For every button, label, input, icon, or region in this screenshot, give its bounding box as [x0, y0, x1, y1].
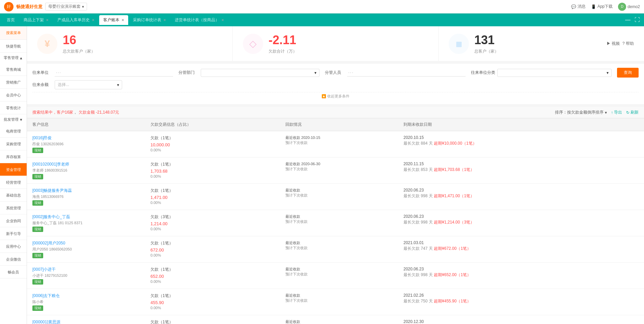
table-row: [0002]服务中心_丁磊 服务中心_丁磊 181 0125 8371 现销 欠… [27, 210, 644, 236]
customer-info-cell: [000002]用户2050 用户2050 18665062050 现销 [32, 240, 150, 258]
customer-name[interactable]: [000001]黄思源 [32, 319, 150, 324]
col-header-debt: 欠款交易信息（占比） [150, 122, 285, 127]
customer-info-cell: [0003]畅捷服务尹海蕊 海燕 18513066976 现销 [32, 188, 150, 206]
customer-name[interactable]: [0016]昂俊 [32, 135, 150, 141]
tab-home[interactable]: 首页 [3, 15, 19, 25]
sidebar-item-shortcut[interactable]: 快捷导航 [0, 40, 27, 53]
sidebar-item-enterprise[interactable]: 企业协同 [0, 214, 27, 227]
filter-collapse-btn[interactable]: 🔼 收起更多条件 [32, 92, 639, 100]
customer-name[interactable]: [0006]去下粮仓 [32, 293, 150, 299]
message-btn[interactable]: 💬 消息 [571, 4, 586, 9]
refresh-btn[interactable]: ↻ 刷新 [626, 110, 639, 115]
help-btn[interactable]: ? 帮助 [622, 41, 634, 47]
due-date-cell: 2021.03.01 最长欠款 747 天 超期¥672.00（1笔） [403, 240, 639, 258]
tab-bar: 首页 商品上下架 ✕ 产成品入库单历史 ✕ 客户账本 ✕ 采购订单统计表 ✕ 进… [0, 13, 644, 26]
user-profile[interactable]: D demo2 [618, 3, 640, 11]
customer-name[interactable]: [0007]小进干 [32, 267, 150, 272]
tab-product-status[interactable]: 商品上下架 ✕ [20, 15, 53, 25]
sidebar-item-newcomer[interactable]: 新手引导 [0, 227, 27, 240]
top-bar: 好 畅捷通好生意 母婴行业演示账套 ▾ 💬 消息 📱 App下载 D demo2 [0, 0, 644, 13]
export-btn[interactable]: ↑ 导出 [611, 110, 622, 115]
balance-select[interactable]: 选择... ▾ [55, 80, 122, 89]
overdue-days: 最长欠款 747 天 超期¥672.00（1笔） [403, 246, 639, 252]
overdue-amount-link[interactable]: 超期¥10,000.00（1笔） [434, 141, 477, 146]
tab-purchase-stats[interactable]: 进货单统计表（按商品） ✕ [171, 15, 228, 25]
stat-text-debt: 16 总欠款客户（家） [63, 33, 95, 54]
sidebar-item-operations[interactable]: 经营管理 [0, 176, 27, 189]
debt-amount: 1,703.68 [150, 169, 285, 174]
due-date: 2020.12.30 [403, 319, 639, 324]
due-date: 2020.10.15 [403, 135, 639, 140]
sidebar-item-app-center[interactable]: 应用中心 [0, 240, 27, 253]
sidebar-item-wholesale-mgmt[interactable]: 批发管理 ▼ [0, 114, 27, 125]
filter-unit-category-label: 往来单位分类 [471, 70, 495, 76]
sidebar-item-system[interactable]: 系统管理 [0, 202, 27, 214]
overdue-amount-link[interactable]: 超期¥1,471.00（1笔） [434, 194, 474, 198]
total-customers-label: 总客户（家） [474, 49, 499, 54]
store-selector[interactable]: 母婴行业演示账套 ▾ [45, 3, 87, 10]
sidebar-item-marketing[interactable]: 营销推广 [0, 76, 27, 89]
tab-minimize-icon[interactable]: — [624, 16, 632, 24]
results-info: 搜索结果中，客户16家， 欠款金额 -21,148.07元 [32, 110, 119, 115]
tab-close-purchase-stats[interactable]: ✕ [221, 18, 224, 22]
tab-customer-account[interactable]: 客户账本 ✕ [99, 15, 128, 25]
customer-name[interactable]: [0001020001]李老师 [32, 161, 150, 167]
sidebar-item-enterprise-wechat[interactable]: 企业微信 [0, 253, 27, 266]
debt-percent: 0.00% [150, 201, 285, 205]
sidebar-item-member[interactable]: 会员中心 [0, 89, 27, 101]
unit-category-select[interactable]: ▾ [497, 69, 612, 77]
debt-label: 欠款（1笔） [150, 135, 285, 141]
customer-info-cell: [0006]去下粮仓 陈小希 现销 [32, 293, 150, 311]
debt-amount-label: 欠款合计（万） [269, 49, 297, 54]
sort-select[interactable]: 排序：按欠款金额倒序排序 ▾ [555, 110, 607, 115]
overdue-amount-link[interactable]: 超期¥652.00（1笔） [434, 272, 471, 277]
sidebar-item-retail-mgmt[interactable]: 零售管理 ▲ [0, 53, 27, 63]
filter-balance: 往来余额 选择... ▾ [32, 80, 639, 89]
due-date-cell: 2020.06.23 最长欠款 998 天 超期¥652.00（1笔） [403, 267, 639, 285]
sidebar-search-label[interactable]: 搜索菜单 [1, 29, 25, 37]
tab-purchase-order[interactable]: 采购订单统计表 ✕ [129, 15, 170, 25]
overdue-amount-link[interactable]: 超期¥455.90（1笔） [434, 299, 471, 303]
debt-amount: 455.90 [150, 300, 285, 305]
query-button[interactable]: 查询 [617, 68, 639, 78]
refresh-icon: ↻ [626, 110, 629, 115]
table-row: [0016]昂俊 昂俊 13026203696 现销 欠款（1笔） 10,000… [27, 131, 644, 157]
overdue-amount-link[interactable]: 超期¥672.00（1笔） [434, 246, 471, 251]
tab-close-product-status[interactable]: ✕ [46, 18, 49, 22]
sidebar-item-retail-mall[interactable]: 零售商城 [0, 63, 27, 76]
app-download-btn[interactable]: 📱 App下载 [591, 4, 613, 9]
sidebar-item-basic-info[interactable]: 基础信息 [0, 189, 27, 202]
sidebar-item-ecommerce[interactable]: 电商管理 [0, 125, 27, 138]
customer-name[interactable]: [0003]畅捷服务尹海蕊 [32, 188, 150, 194]
debt-info-cell: 欠款（1笔） 1,471.00 0.00% [150, 188, 285, 206]
col-header-customer: 客户信息 [32, 122, 150, 127]
tab-close-product-history[interactable]: ✕ [92, 18, 94, 22]
next-payment: 预计下次收款 [285, 272, 403, 277]
tab-product-history[interactable]: 产成品入库单历史 ✕ [53, 15, 99, 25]
sidebar-item-inventory[interactable]: 库存核算 [0, 150, 27, 163]
video-btn[interactable]: ▶ 视频 [607, 41, 620, 47]
sidebar-item-finance[interactable]: 资金管理 [0, 163, 27, 176]
overdue-amount-link[interactable]: 超期¥1,703.68（1笔） [434, 167, 474, 172]
customer-name[interactable]: [000002]用户2050 [32, 240, 150, 246]
debt-percent: 0.00% [150, 227, 285, 231]
tab-close-purchase-order[interactable]: ✕ [163, 18, 166, 22]
dept-select[interactable]: ▾ [201, 69, 319, 77]
overdue-amount-link[interactable]: 超期¥1,214.00（3笔） [434, 220, 474, 225]
due-date-cell: 2020.10.15 最长欠款 884 天 超期¥10,000.00（1笔） [403, 135, 639, 153]
debt-percent: 0.00% [150, 253, 285, 257]
customer-name[interactable]: [0002]服务中心_丁磊 [32, 214, 150, 220]
sidebar-item-purchase[interactable]: 采购管理 [0, 138, 27, 150]
tab-close-customer-account[interactable]: ✕ [121, 18, 124, 22]
export-icon: ↑ [611, 110, 613, 115]
tab-maximize-icon[interactable]: ⛶ [633, 16, 641, 24]
results-actions: 排序：按欠款金额倒序排序 ▾ ↑ 导出 ↻ 刷新 [555, 110, 639, 115]
sidebar-item-vip-member[interactable]: 畅会员 [0, 266, 27, 278]
source-unit-input[interactable]: ··· [55, 69, 173, 77]
sidebar-item-retail-stats[interactable]: 零售统计 [0, 101, 27, 114]
person-input[interactable]: ··· [347, 69, 466, 77]
filter-balance-label: 往来余额 [32, 82, 53, 88]
customer-tag: 现销 [32, 148, 43, 153]
due-date: 2020.06.23 [403, 214, 639, 219]
customer-info-cell: [0001020001]李老师 李老师 18600391516 现销 [32, 161, 150, 179]
